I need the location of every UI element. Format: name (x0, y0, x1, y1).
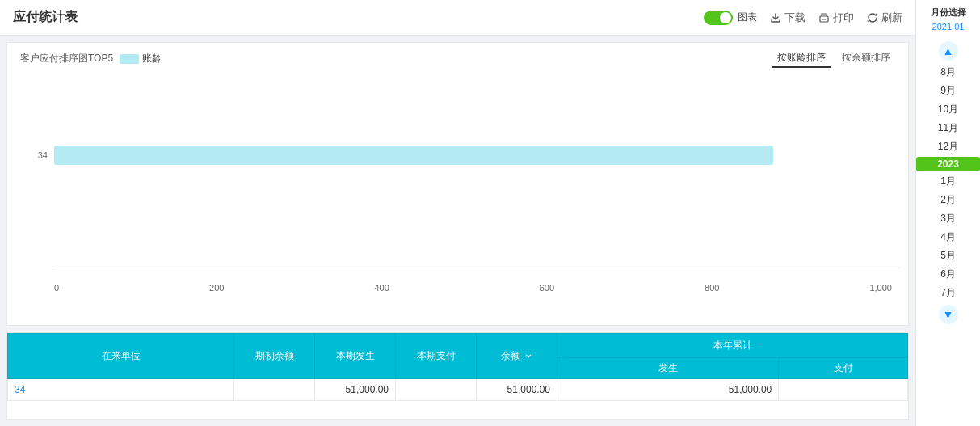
sort-by-age-button[interactable]: 按账龄排序 (772, 49, 831, 68)
print-label: 打印 (833, 11, 854, 25)
bar-row: 34 856天 (32, 139, 900, 171)
month-item-9[interactable]: 9月 (916, 82, 980, 99)
col-subheader-zhifu: 支付 (779, 358, 908, 379)
chart-section: 客户应付排序图TOP5 账龄 按账龄排序 按余额排序 34 856天 (6, 42, 909, 326)
page-title: 应付统计表 (13, 9, 78, 26)
nav-up-button[interactable]: ▲ (939, 41, 958, 61)
cell-benqi-fasheng: 51,000.00 (315, 379, 396, 401)
download-icon (770, 12, 781, 23)
chart-toggle[interactable] (704, 11, 733, 25)
col-header-yue: 余额 (477, 334, 557, 379)
refresh-label: 刷新 (881, 11, 902, 25)
month-item-10[interactable]: 10月 (916, 101, 980, 118)
month-item-3[interactable]: 3月 (916, 210, 980, 227)
legend-label: 账龄 (142, 52, 162, 65)
month-item-12[interactable]: 12月 (916, 138, 980, 155)
cell-benqi-zhifu (396, 379, 477, 401)
chart-legend: 客户应付排序图TOP5 账龄 (20, 52, 162, 65)
chart-header: 客户应付排序图TOP5 账龄 按账龄排序 按余额排序 (7, 43, 908, 74)
month-item-7[interactable]: 7月 (916, 285, 980, 302)
chart-label: 图表 (738, 11, 757, 24)
month-item-8[interactable]: 8月 (916, 64, 980, 81)
month-item-2[interactable]: 2月 (916, 192, 980, 209)
month-item-5[interactable]: 5月 (916, 247, 980, 264)
chart-body: 34 856天 0 200 400 600 800 1,000 (7, 74, 908, 325)
bar-area: 34 856天 0 200 400 600 800 1,000 (32, 91, 900, 293)
nav-down-button[interactable]: ▼ (939, 305, 958, 324)
download-button[interactable]: 下载 (770, 11, 805, 25)
current-year-badge[interactable]: 2023 (916, 157, 980, 171)
legend-item: 账龄 (120, 52, 162, 65)
zaibai-link[interactable]: 34 (15, 384, 25, 395)
cell-yue: 51,000.00 (477, 379, 557, 401)
col-header-zaibai: 在来单位 (8, 334, 234, 379)
col-header-benqi-fasheng: 本期发生 (315, 334, 396, 379)
refresh-button[interactable]: 刷新 (867, 11, 902, 25)
svg-rect-1 (822, 19, 826, 20)
data-table: 在来单位 期初余额 本期发生 本期支付 余额 本年累计 发生 支付 (7, 333, 908, 401)
chart-sort-buttons: 按账龄排序 按余额排序 (772, 49, 895, 68)
x-tick-400: 400 (374, 283, 389, 293)
col-header-nian-leiji: 本年累计 (557, 334, 908, 358)
x-tick-800: 800 (705, 283, 719, 293)
cell-nian-zhifu (779, 379, 908, 401)
download-label: 下载 (784, 11, 805, 25)
bar-fill (54, 146, 773, 165)
sort-icon (524, 352, 532, 361)
col-subheader-fasheng: 发生 (557, 358, 779, 379)
cell-qichu (234, 379, 315, 401)
table-section: 在来单位 期初余额 本期发生 本期支付 余额 本年累计 发生 支付 (6, 332, 909, 420)
header-actions: 图表 下载 打印 (704, 11, 902, 25)
x-tick-0: 0 (54, 283, 59, 293)
sidebar-year[interactable]: 2021.01 (932, 22, 965, 32)
month-list: 8月 9月 10月 11月 12月 2023 1月 2月 3月 4月 5月 6月… (916, 64, 980, 302)
bar-y-label: 34 (32, 150, 48, 160)
col-header-benqi-zhifu: 本期支付 (396, 334, 477, 379)
chart-toggle-group: 图表 (704, 11, 757, 25)
sort-by-balance-button[interactable]: 按余额排序 (837, 49, 895, 68)
page-header: 应付统计表 图表 下载 打印 (0, 0, 915, 36)
month-item-1[interactable]: 1月 (916, 173, 980, 190)
print-button[interactable]: 打印 (818, 11, 854, 25)
right-sidebar: 月份选择 2021.01 ▲ 8月 9月 10月 11月 12月 2023 1月… (915, 0, 980, 426)
sidebar-title: 月份选择 (931, 6, 966, 19)
month-item-11[interactable]: 11月 (916, 120, 980, 137)
col-header-qichu: 期初余额 (234, 334, 315, 379)
cell-zaibai: 34 (8, 379, 234, 401)
print-icon (818, 12, 830, 23)
table-row: 34 51,000.00 51,000.00 51,000.00 (8, 379, 908, 401)
chart-title: 客户应付排序图TOP5 (20, 52, 113, 65)
month-item-6[interactable]: 6月 (916, 266, 980, 283)
x-axis: 0 200 400 600 800 1,000 (54, 283, 892, 293)
bar-container: 856天 (54, 146, 900, 165)
x-tick-600: 600 (540, 283, 554, 293)
x-tick-1000: 1,000 (869, 283, 892, 293)
month-item-4[interactable]: 4月 (916, 229, 980, 246)
x-axis-line (54, 268, 900, 268)
refresh-icon (867, 12, 878, 23)
cell-nian-fasheng: 51,000.00 (557, 379, 779, 401)
table-header-row: 在来单位 期初余额 本期发生 本期支付 余额 本年累计 (8, 334, 908, 358)
x-tick-200: 200 (209, 283, 224, 293)
legend-color-box (120, 54, 139, 64)
